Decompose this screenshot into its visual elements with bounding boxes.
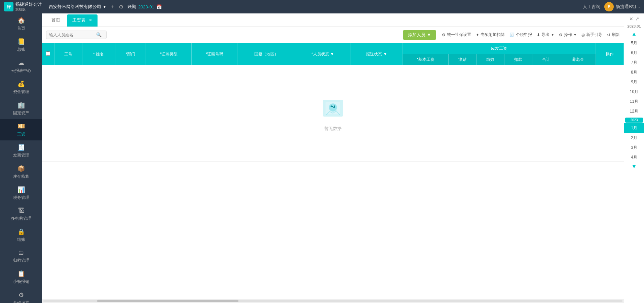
sidebar-item-home[interactable]: 🏠 首页 (0, 13, 42, 35)
sidebar-label-home: 首页 (17, 26, 25, 31)
month-item-11[interactable]: 11月 (624, 97, 644, 106)
search-icon[interactable]: 🔍 (96, 32, 102, 37)
close-accounts-icon: 🔒 (17, 228, 25, 235)
month-item-12[interactable]: 12月 (624, 106, 644, 116)
search-box[interactable]: 🔍 (46, 31, 107, 39)
horizontal-scrollbar[interactable] (42, 299, 624, 303)
tab-payroll-label: 工资表 (72, 17, 85, 23)
svg-point-2 (329, 103, 337, 112)
org-icon: 🏗 (18, 207, 24, 214)
th-pension: 养老金 (560, 54, 596, 65)
sidebar-item-ledger[interactable]: 📒 总账 (0, 35, 42, 56)
guide-action[interactable]: ◎ 新手引导 (581, 32, 602, 38)
table-body: 暂无数据 (42, 65, 624, 162)
month-panel-down-arrow[interactable]: ▼ (630, 162, 638, 171)
empty-row: 暂无数据 (42, 65, 624, 162)
add-person-button[interactable]: 添加人员 ▼ (403, 30, 436, 40)
sidebar-item-settings[interactable]: ⚙ 基础设置 (0, 288, 42, 303)
sidebar-item-archive[interactable]: 🗂 归档管理 (0, 246, 42, 267)
archive-icon: 🗂 (18, 249, 24, 256)
panel-controls: ✕ ⤢ (628, 15, 641, 23)
scrollbar-thumb[interactable] (97, 300, 238, 302)
social-settings-action[interactable]: ⚙ 统一社保设置 (442, 32, 471, 38)
select-all-checkbox[interactable] (42, 43, 54, 65)
human-service[interactable]: 人工咨询 (583, 4, 600, 10)
sidebar-item-inventory[interactable]: 📦 库存核算 (0, 162, 42, 183)
month-item-8[interactable]: 8月 (624, 68, 644, 77)
refresh-action[interactable]: ↺ 刷新 (607, 32, 620, 38)
export-action[interactable]: ⬇ 导出 ▼ (537, 32, 554, 38)
month-item-6[interactable]: 6月 (624, 48, 644, 58)
scrollbar-track[interactable] (43, 300, 622, 302)
sidebar-item-tax[interactable]: 📊 税务管理 (0, 183, 42, 204)
calendar-icon[interactable]: 📅 (156, 4, 162, 9)
export-icon: ⬇ (537, 33, 540, 37)
operate-action[interactable]: ⚙ 操作 ▼ (559, 32, 577, 38)
sidebar-label-close: 结账 (17, 237, 25, 243)
month-item-10[interactable]: 10月 (624, 87, 644, 97)
month-item-1[interactable]: 1月 (624, 123, 644, 133)
export-dropdown-icon: ▼ (551, 33, 554, 37)
topbar-add-icons: ＋ ⚙ (110, 3, 123, 10)
th-report-status[interactable]: 报送状态 ▼ (350, 43, 403, 65)
topbar-right: 人工咨询 B 畅捷通B组... (583, 2, 640, 11)
operate-icon: ⚙ (559, 33, 563, 37)
asset-icon: 🏢 (17, 101, 25, 109)
sidebar-item-expense[interactable]: 📋 小畅报销 (0, 267, 42, 288)
payroll-icon: 💴 (17, 123, 25, 130)
sidebar-item-fund[interactable]: 💰 资金管理 (0, 77, 42, 98)
sidebar-item-invoice[interactable]: 🧾 发票管理 (0, 140, 42, 162)
tax-declare-action[interactable]: 🧾 个税申报 (509, 32, 532, 38)
toolbar: 🔍 添加人员 ▼ ⚙ 统一社保设置 ✦ 专项附加扣除 (42, 27, 624, 43)
dropdown-icon[interactable]: ▼ (103, 4, 107, 9)
add-icon[interactable]: ＋ (110, 3, 115, 10)
sidebar-item-org[interactable]: 🏗 多机构管理 (0, 204, 42, 225)
export-label: 导出 (541, 32, 550, 38)
table-wrapper: 工号 * 姓名 *部门 *证照类型 *证照号码 国籍（地区） *人员状态 ▼ 报… (42, 43, 624, 299)
th-operate: 操作 (596, 43, 623, 65)
tab-payroll[interactable]: 工资表 ✕ (67, 14, 98, 27)
sidebar-label-expense: 小畅报销 (13, 279, 29, 285)
sidebar-label-archive: 归档管理 (13, 258, 29, 263)
year-badge: 2023 (625, 118, 643, 123)
th-id-number: *证照号码 (192, 43, 237, 65)
refresh-label: 刷新 (612, 32, 620, 38)
search-input[interactable] (49, 33, 96, 37)
month-item-9[interactable]: 9月 (624, 77, 644, 87)
month-item-5[interactable]: 5月 (624, 38, 644, 48)
company-name: 西安虾米网络科技有限公司 (49, 4, 101, 10)
settings-icon[interactable]: ⚙ (119, 4, 123, 10)
period-label: 账期 (127, 4, 136, 10)
cloud-icon: ☁ (18, 59, 24, 67)
add-person-label: 添加人员 (408, 32, 425, 38)
month-item-4[interactable]: 4月 (624, 153, 644, 162)
panel-minimize-icon[interactable]: ✕ (629, 16, 633, 21)
month-item-2[interactable]: 2月 (624, 133, 644, 143)
tax-icon: 📊 (17, 186, 25, 193)
month-item-7[interactable]: 7月 (624, 58, 644, 68)
checkbox-all[interactable] (46, 51, 50, 56)
sidebar-label-invoice: 发票管理 (13, 153, 29, 158)
social-label: 统一社保设置 (447, 32, 471, 38)
empty-state: 暂无数据 (45, 68, 620, 159)
sidebar-item-cloud[interactable]: ☁ 云报表中心 (0, 56, 42, 77)
user-menu[interactable]: B 畅捷通B组... (604, 2, 640, 11)
th-person-status[interactable]: *人员状态 ▼ (295, 43, 350, 65)
company-selector[interactable]: 西安虾米网络科技有限公司 ▼ (49, 4, 107, 10)
table-header-row1: 工号 * 姓名 *部门 *证照类型 *证照号码 国籍（地区） *人员状态 ▼ 报… (42, 43, 624, 54)
sidebar-label-asset: 固定资产 (13, 110, 29, 116)
tab-close-icon[interactable]: ✕ (89, 18, 92, 23)
special-deduct-action[interactable]: ✦ 专项附加扣除 (476, 32, 505, 38)
month-item-3[interactable]: 3月 (624, 143, 644, 153)
app-logo: 好 畅捷通好会计 旗舰版 (4, 2, 46, 12)
month-panel-up-arrow[interactable]: ▲ (630, 30, 638, 38)
payroll-table: 工号 * 姓名 *部门 *证照类型 *证照号码 国籍（地区） *人员状态 ▼ 报… (42, 43, 624, 162)
app-sub: 旗舰版 (15, 7, 42, 12)
th-salary-group: 应发工资 (403, 43, 596, 54)
panel-expand-icon[interactable]: ⤢ (635, 16, 639, 21)
tab-home[interactable]: 首页 (46, 14, 66, 27)
sidebar-item-asset[interactable]: 🏢 固定资产 (0, 98, 42, 119)
add-dropdown-icon: ▼ (427, 32, 431, 37)
sidebar-item-close[interactable]: 🔒 结账 (0, 225, 42, 246)
sidebar-item-payroll[interactable]: 💴 工资 (0, 119, 42, 140)
